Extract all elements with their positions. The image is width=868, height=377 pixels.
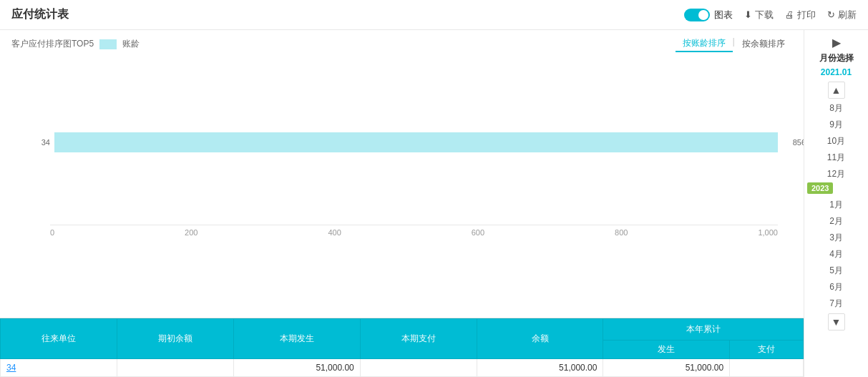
cell-current-occur: 51,000.00 [234, 359, 361, 377]
sidebar-month-8[interactable]: 8月 [807, 100, 865, 117]
cell-unit[interactable]: 34 [1, 359, 117, 377]
sidebar-current-date: 2021.01 [821, 67, 852, 77]
chart-toggle-wrap: 图表 [684, 9, 733, 21]
col-current-pay: 本期支付 [360, 319, 477, 359]
chart-toggle-label: 图表 [714, 9, 733, 21]
chart-bar: 856天 [54, 132, 778, 152]
chart-toggle[interactable] [684, 9, 710, 21]
refresh-label: 刷新 [838, 9, 857, 21]
page-title: 应付统计表 [11, 7, 69, 22]
col-incoming: 往来单位 [1, 319, 117, 359]
chart-header: 客户应付排序图TOP5 账龄 按账龄排序 | 按余额排序 [0, 30, 804, 55]
x-axis: 0 200 400 600 800 1,000 [50, 225, 778, 237]
chart-legend: 客户应付排序图TOP5 账龄 [11, 38, 140, 50]
x-label-800: 800 [615, 228, 628, 237]
cell-balance: 51,000.00 [477, 359, 603, 377]
sidebar-month-10[interactable]: 10月 [807, 133, 865, 150]
header-actions: 图表 ⬇ 下载 🖨 打印 ↻ 刷新 [684, 9, 857, 21]
sidebar-month-11[interactable]: 11月 [807, 150, 865, 166]
x-label-200: 200 [185, 228, 198, 237]
refresh-button[interactable]: ↻ 刷新 [827, 9, 857, 21]
sidebar-collapse-btn[interactable]: ▶ [832, 36, 841, 49]
sidebar-down-button[interactable]: ▼ [828, 313, 845, 331]
sidebar-month-7[interactable]: 7月 [807, 295, 865, 312]
legend-label: 账龄 [122, 38, 140, 50]
download-button[interactable]: ⬇ 下载 [744, 9, 774, 21]
sidebar-month-5[interactable]: 5月 [807, 263, 865, 279]
cell-current-pay [360, 359, 477, 377]
col-ytd-pay: 支付 [730, 341, 804, 359]
year-badge: 2023 [807, 182, 833, 194]
sort-by-balance-button[interactable]: 按账龄排序 [676, 36, 733, 52]
data-table: 往来单位 期初余额 本期发生 本期支付 余额 本年累计 发生 支付 [0, 318, 804, 377]
sidebar-month-9[interactable]: 9月 [807, 117, 865, 133]
x-label-0: 0 [50, 228, 54, 237]
sort-by-amount-button[interactable]: 按余额排序 [735, 36, 792, 52]
year-badge-row: 2023 [807, 182, 865, 197]
cell-opening [117, 359, 234, 377]
col-ytd-occur: 发生 [603, 341, 730, 359]
x-label-600: 600 [472, 228, 484, 237]
sidebar-month-1[interactable]: 1月 [807, 197, 865, 213]
table-row: 34 51,000.00 51,000.00 51,000.00 [1, 359, 804, 377]
col-current-occur: 本期发生 [234, 319, 361, 359]
download-label: 下载 [755, 9, 774, 21]
table-section: 往来单位 期初余额 本期发生 本期支付 余额 本年累计 发生 支付 [0, 318, 804, 377]
sidebar-month-4[interactable]: 4月 [807, 246, 865, 263]
legend-title: 客户应付排序图TOP5 [11, 38, 94, 50]
sidebar-title: 月份选择 [819, 52, 854, 64]
sidebar-month-2[interactable]: 2月 [807, 213, 865, 230]
sidebar-month-3[interactable]: 3月 [807, 230, 865, 246]
print-label: 打印 [797, 9, 816, 21]
sidebar-month-6[interactable]: 6月 [807, 279, 865, 295]
sidebar-month-12[interactable]: 12月 [807, 166, 865, 182]
download-icon: ⬇ [744, 9, 752, 20]
chart-inner: 34 856天 0 200 400 600 800 1,000 [11, 58, 792, 244]
bar-y-label: 34 [33, 138, 50, 147]
refresh-icon: ↻ [827, 9, 835, 20]
chart-area: 34 856天 0 200 400 600 800 1,000 [0, 55, 804, 318]
col-ytd: 本年累计 [603, 319, 804, 341]
x-label-400: 400 [328, 228, 341, 237]
col-balance: 余额 [477, 319, 603, 359]
bar-end-label: 856天 [793, 137, 804, 148]
collapse-icon: ▶ [832, 36, 841, 49]
col-opening: 期初余额 [117, 319, 234, 359]
sidebar-up-button[interactable]: ▲ [828, 82, 845, 99]
print-button[interactable]: 🖨 打印 [785, 9, 816, 21]
sort-buttons: 按账龄排序 | 按余额排序 [676, 36, 792, 52]
sidebar: ▶ 月份选择 2021.01 ▲ 8月 9月 10月 11月 12月 2023 … [804, 30, 868, 377]
legend-box [99, 39, 117, 49]
print-icon: 🖨 [785, 9, 794, 20]
cell-ytd-pay [730, 359, 804, 377]
x-label-1000: 1,000 [758, 228, 778, 237]
cell-ytd-occur: 51,000.00 [603, 359, 730, 377]
